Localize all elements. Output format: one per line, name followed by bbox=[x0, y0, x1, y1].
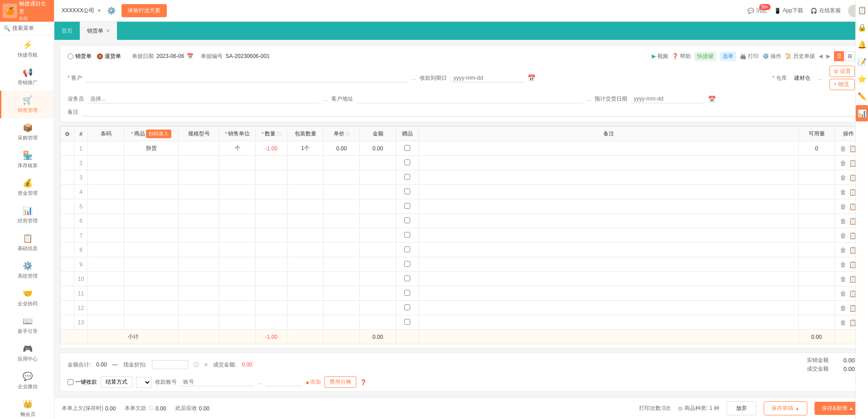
price-cell[interactable] bbox=[324, 185, 360, 199]
price-cell[interactable] bbox=[324, 199, 360, 214]
remark-cell[interactable] bbox=[419, 257, 799, 272]
sidebar-item-system[interactable]: ⚙️ 系统管理 bbox=[0, 256, 54, 284]
price-cell[interactable] bbox=[324, 315, 360, 330]
th-settings[interactable]: ⚙ bbox=[61, 127, 74, 141]
delete-icon[interactable]: 🗑 bbox=[840, 261, 846, 268]
gift-cell[interactable] bbox=[396, 214, 419, 228]
remark-cell[interactable] bbox=[419, 214, 799, 228]
unit-cell[interactable] bbox=[219, 170, 256, 185]
spec-cell[interactable] bbox=[179, 141, 219, 156]
gift-cell[interactable] bbox=[396, 141, 419, 156]
pkgqty-cell[interactable] bbox=[287, 315, 324, 330]
delete-icon[interactable]: 🗑 bbox=[840, 275, 846, 283]
pkgqty-cell[interactable] bbox=[287, 199, 324, 214]
remark-cell[interactable] bbox=[419, 243, 799, 257]
sidebar-item-collab[interactable]: 🤝 企业协同 bbox=[0, 284, 54, 312]
barcode-cell[interactable] bbox=[88, 301, 124, 315]
spec-cell[interactable] bbox=[179, 272, 219, 286]
delete-icon[interactable]: 🗑 bbox=[840, 232, 846, 239]
qty-cell[interactable] bbox=[256, 301, 287, 315]
unit-cell[interactable] bbox=[219, 214, 256, 228]
print-btn[interactable]: 🖨️ 打印 bbox=[740, 53, 759, 60]
goods-type-info[interactable]: ⊙ 商品种类: 1 种 bbox=[678, 405, 719, 412]
logistics-btn[interactable]: + 物流 bbox=[829, 79, 855, 90]
goods-cell[interactable] bbox=[124, 257, 179, 272]
pkgqty-cell[interactable] bbox=[287, 272, 324, 286]
unit-cell[interactable] bbox=[219, 257, 256, 272]
goods-cell[interactable] bbox=[124, 170, 179, 185]
payment-due-calendar-icon[interactable]: 📅 bbox=[528, 74, 535, 82]
goods-cell[interactable] bbox=[124, 156, 179, 170]
tab-home[interactable]: 首页 bbox=[54, 22, 80, 40]
remark-cell[interactable] bbox=[419, 315, 799, 330]
rfp-btn-6[interactable]: ✏️ bbox=[856, 88, 868, 104]
gift-cell[interactable] bbox=[396, 170, 419, 185]
pkgqty-cell[interactable] bbox=[287, 185, 324, 199]
barcode-cell[interactable] bbox=[88, 199, 124, 214]
qty-cell[interactable] bbox=[256, 170, 287, 185]
barcode-cell[interactable] bbox=[88, 156, 124, 170]
price-cell[interactable] bbox=[324, 272, 360, 286]
settings-icon[interactable]: ⚙️ bbox=[107, 6, 116, 15]
amount-cell[interactable] bbox=[360, 272, 396, 286]
customer-input[interactable] bbox=[86, 74, 408, 82]
pkgqty-cell[interactable]: 1个 bbox=[287, 141, 324, 156]
pkgqty-cell[interactable] bbox=[287, 301, 324, 315]
amount-cell[interactable] bbox=[360, 286, 396, 301]
qty-cell[interactable] bbox=[256, 315, 287, 330]
spec-cell[interactable] bbox=[179, 301, 219, 315]
select-btn[interactable]: 选单 bbox=[720, 52, 736, 61]
barcode-cell[interactable] bbox=[88, 214, 124, 228]
barcode-cell[interactable] bbox=[88, 257, 124, 272]
save-draft-button[interactable]: 保存草稿 ▲ bbox=[764, 401, 807, 415]
info-icon[interactable]: ⓘ bbox=[194, 361, 199, 369]
price-cell[interactable] bbox=[324, 243, 360, 257]
goods-cell[interactable] bbox=[124, 199, 179, 214]
payment-due-input[interactable] bbox=[451, 74, 524, 82]
account-ellipsis[interactable]: ... bbox=[257, 379, 262, 385]
qty-cell[interactable] bbox=[256, 214, 287, 228]
sidebar-item-apps[interactable]: 🎮 应用中心 bbox=[0, 339, 54, 367]
price-cell[interactable] bbox=[324, 214, 360, 228]
sidebar-item-marketing[interactable]: 📢 营销推广 bbox=[0, 63, 54, 91]
pkgqty-cell[interactable] bbox=[287, 156, 324, 170]
amount-cell[interactable]: 0.00 bbox=[360, 141, 396, 156]
barcode-cell[interactable] bbox=[88, 228, 124, 243]
list-view-btn[interactable]: ☰ bbox=[834, 51, 844, 61]
pkgqty-cell[interactable] bbox=[287, 170, 324, 185]
goods-cell[interactable] bbox=[124, 185, 179, 199]
gift-cell[interactable] bbox=[396, 315, 419, 330]
sidebar-item-business[interactable]: 📊 经营管理 bbox=[0, 201, 54, 229]
sidebar-item-inventory[interactable]: 🏪 库存核算 bbox=[0, 146, 54, 173]
delivery-date-input[interactable] bbox=[631, 95, 704, 103]
save-new-button[interactable]: 保存&新增 ▲ bbox=[815, 402, 861, 415]
goods-cell[interactable]: 拆货 bbox=[124, 141, 179, 156]
spec-cell[interactable] bbox=[179, 315, 219, 330]
pkgqty-cell[interactable] bbox=[287, 243, 324, 257]
qty-cell[interactable] bbox=[256, 156, 287, 170]
operation-btn[interactable]: ⚙️ 操作 bbox=[762, 53, 781, 60]
qty-cell[interactable] bbox=[256, 199, 287, 214]
delivery-date-calendar-icon[interactable]: 📅 bbox=[708, 96, 716, 103]
rfp-btn-5[interactable]: ⭐ bbox=[856, 71, 868, 87]
price-cell[interactable] bbox=[324, 257, 360, 272]
unit-cell[interactable] bbox=[219, 286, 256, 301]
rfp-btn-7[interactable]: 📊 bbox=[856, 105, 868, 121]
sidebar-item-purchase[interactable]: 📦 采购管理 bbox=[0, 118, 54, 146]
add-pay-button[interactable]: ● 添加 bbox=[305, 378, 321, 386]
sidebar-item-finance[interactable]: 💰 资金管理 bbox=[0, 173, 54, 201]
amount-cell[interactable] bbox=[360, 257, 396, 272]
sidebar-item-wechat[interactable]: 💬 企业微信 bbox=[0, 367, 54, 395]
price-cell[interactable] bbox=[324, 156, 360, 170]
gift-cell[interactable] bbox=[396, 185, 419, 199]
qty-cell[interactable]: -1.00 bbox=[256, 141, 287, 156]
gift-cell[interactable] bbox=[396, 257, 419, 272]
app-download-button[interactable]: 📱 App下载 bbox=[774, 7, 803, 14]
spec-cell[interactable] bbox=[179, 257, 219, 272]
goods-cell[interactable] bbox=[124, 228, 179, 243]
next-doc-icon[interactable]: ▶ bbox=[826, 53, 830, 59]
amount-cell[interactable] bbox=[360, 214, 396, 228]
radio-sale-order[interactable]: 销货单 bbox=[68, 53, 92, 60]
amount-cell[interactable] bbox=[360, 156, 396, 170]
gift-cell[interactable] bbox=[396, 228, 419, 243]
